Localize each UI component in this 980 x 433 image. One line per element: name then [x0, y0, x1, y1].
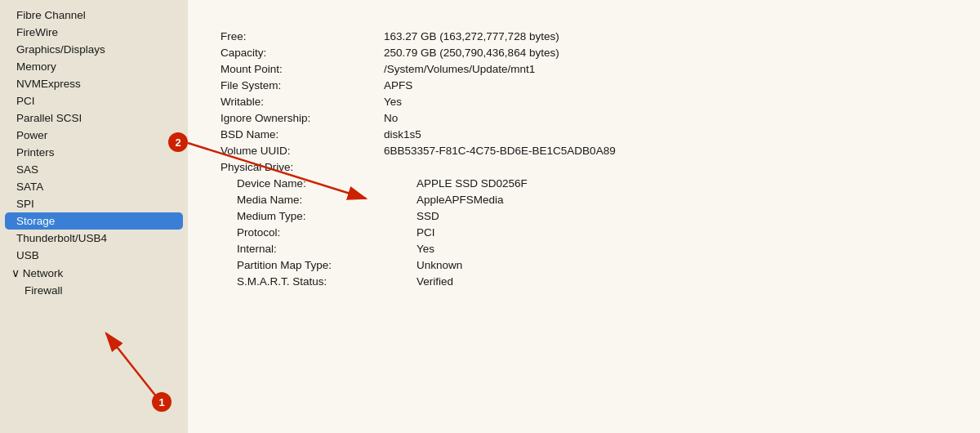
info-label: Capacity: — [220, 46, 384, 60]
sub-value: Unknown — [416, 258, 947, 272]
sidebar-item-fibre-channel[interactable]: Fibre Channel — [0, 7, 188, 24]
info-value: Yes — [384, 95, 947, 109]
info-label: Mount Point: — [220, 62, 384, 76]
badge-1: 1 — [152, 392, 172, 412]
info-table: Free:163.27 GB (163,272,777,728 bytes)Ca… — [220, 29, 947, 288]
sidebar-item-graphics-displays[interactable]: Graphics/Displays — [0, 41, 188, 58]
sub-value: Verified — [416, 275, 947, 288]
sub-label: Device Name: — [237, 176, 416, 190]
sub-value: PCI — [416, 225, 947, 239]
info-value: 250.79 GB (250,790,436,864 bytes) — [384, 46, 947, 60]
sidebar-item-nvmexpress[interactable]: NVMExpress — [0, 75, 188, 92]
info-label: File System: — [220, 78, 384, 92]
sidebar-item-printers[interactable]: Printers — [0, 144, 188, 161]
sub-label: Protocol: — [237, 225, 416, 239]
sidebar-item-firewall[interactable]: Firewall — [0, 282, 188, 299]
info-label: Physical Drive: — [220, 160, 384, 174]
info-value: disk1s5 — [384, 127, 947, 141]
info-label: Volume UUID: — [220, 144, 384, 158]
info-value: No — [384, 111, 947, 125]
sidebar-item-sata[interactable]: SATA — [0, 178, 188, 195]
sidebar-item-thunderbolt[interactable]: Thunderbolt/USB4 — [0, 230, 188, 247]
sub-value: Yes — [416, 242, 947, 256]
sidebar-item-memory[interactable]: Memory — [0, 58, 188, 75]
sidebar-item-network[interactable]: ∨ Network — [0, 264, 188, 282]
info-label: BSD Name: — [220, 127, 384, 141]
sidebar: Fibre ChannelFireWireGraphics/DisplaysMe… — [0, 0, 188, 433]
sub-label: Partition Map Type: — [237, 258, 416, 272]
info-label: Writable: — [220, 95, 384, 109]
info-label: Free: — [220, 29, 384, 43]
info-value: 163.27 GB (163,272,777,728 bytes) — [384, 29, 947, 43]
sub-label: Media Name: — [237, 193, 416, 207]
sidebar-item-spi[interactable]: SPI — [0, 195, 188, 212]
sub-value: AppleAPFSMedia — [416, 193, 947, 207]
sub-label: S.M.A.R.T. Status: — [237, 275, 416, 288]
badge-2: 2 — [168, 132, 188, 152]
info-label: Ignore Ownership: — [220, 111, 384, 125]
sidebar-item-parallel-scsi[interactable]: Parallel SCSI — [0, 109, 188, 127]
sub-value: SSD — [416, 209, 947, 223]
info-value — [384, 160, 947, 174]
sidebar-item-firewire[interactable]: FireWire — [0, 24, 188, 41]
sidebar-item-storage[interactable]: Storage — [5, 212, 183, 230]
sub-label: Medium Type: — [237, 209, 416, 223]
sub-value: APPLE SSD SD0256F — [416, 176, 947, 190]
sidebar-item-pci[interactable]: PCI — [0, 92, 188, 109]
sidebar-item-power[interactable]: Power — [0, 127, 188, 144]
sidebar-item-sas[interactable]: SAS — [0, 161, 188, 178]
sidebar-item-usb[interactable]: USB — [0, 247, 188, 264]
info-value: APFS — [384, 78, 947, 92]
sub-section: Device Name:APPLE SSD SD0256FMedia Name:… — [220, 176, 947, 288]
info-value: 6BB53357-F81C-4C75-BD6E-BE1C5ADB0A89 — [384, 144, 947, 158]
sub-label: Internal: — [237, 242, 416, 256]
info-value: /System/Volumes/Update/mnt1 — [384, 62, 947, 76]
main-content: Free:163.27 GB (163,272,777,728 bytes)Ca… — [188, 0, 980, 433]
